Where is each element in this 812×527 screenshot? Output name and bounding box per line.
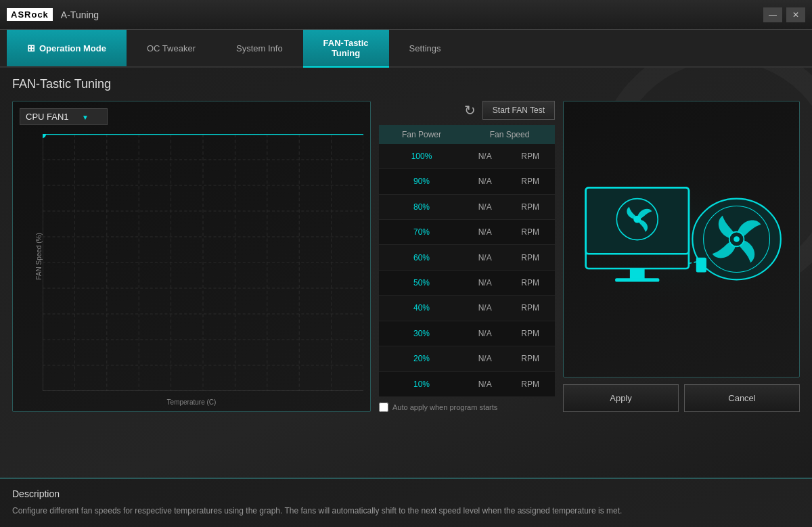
table-row: 20% N/A RPM xyxy=(379,346,555,371)
fan-illustration xyxy=(563,101,800,377)
fan-speed-unit-cell: RPM xyxy=(505,220,555,245)
svg-rect-59 xyxy=(696,258,706,273)
main-content: FAN-Tastic Tuning CPU FAN1 CPU FAN2 CHA … xyxy=(0,68,812,527)
page-title: FAN-Tastic Tuning xyxy=(12,77,800,91)
fan-power-cell: 80% xyxy=(379,194,464,219)
action-buttons: Apply Cancel xyxy=(563,384,800,412)
tab-fan-tastic-label: FAN-TasticTuning xyxy=(323,38,369,58)
fan-speed-cell: N/A xyxy=(464,245,505,270)
auto-apply-row: Auto apply when program starts xyxy=(379,403,555,412)
table-container: ↻ Start FAN Test Fan Power Fan Speed 100… xyxy=(379,101,555,412)
tab-operation-mode-label: Operation Mode xyxy=(39,43,106,53)
svg-rect-53 xyxy=(615,278,659,281)
tab-system-info[interactable]: System Info xyxy=(216,30,303,66)
fan-table-body: 100% N/A RPM 90% N/A RPM 80% N/A RPM 70%… xyxy=(379,144,555,397)
right-panel: Apply Cancel xyxy=(563,101,800,412)
fan-selector[interactable]: CPU FAN1 CPU FAN2 CHA FAN1 CHA FAN2 xyxy=(20,108,108,125)
apply-button[interactable]: Apply xyxy=(563,384,679,412)
minimize-button[interactable]: — xyxy=(763,7,782,22)
content-area: CPU FAN1 CPU FAN2 CHA FAN1 CHA FAN2 ▼ FA… xyxy=(12,101,800,412)
fan-speed-cell: N/A xyxy=(464,371,505,396)
asrock-logo: ASRock xyxy=(7,8,53,21)
table-row: 30% N/A RPM xyxy=(379,321,555,346)
fan-power-cell: 100% xyxy=(379,144,464,169)
fan-speed-chart[interactable]: 0 10 20 30 40 50 60 70 80 90 100 0 10 20… xyxy=(43,134,363,391)
fan-speed-unit-cell: RPM xyxy=(505,371,555,396)
cancel-button[interactable]: Cancel xyxy=(684,384,800,412)
table-row: 80% N/A RPM xyxy=(379,194,555,219)
fan-power-cell: 70% xyxy=(379,220,464,245)
nav-bar: ⊞ Operation Mode OC Tweaker System Info … xyxy=(0,30,812,68)
tab-operation-mode[interactable]: ⊞ Operation Mode xyxy=(7,30,127,66)
fan-speed-cell: N/A xyxy=(464,346,505,371)
table-row: 100% N/A RPM xyxy=(379,144,555,169)
fan-speed-cell: N/A xyxy=(464,270,505,295)
fan-speed-unit-cell: RPM xyxy=(505,194,555,219)
table-row: 50% N/A RPM xyxy=(379,270,555,295)
svg-point-51 xyxy=(633,216,641,223)
fan-power-cell: 10% xyxy=(379,371,464,396)
fan-speed-unit-cell: RPM xyxy=(505,321,555,346)
fan-speed-table: Fan Power Fan Speed 100% N/A RPM 90% N/A… xyxy=(379,125,555,397)
fan-illustration-svg xyxy=(564,101,799,377)
table-row: 60% N/A RPM xyxy=(379,245,555,270)
fan-power-cell: 60% xyxy=(379,245,464,270)
window-controls: — ✕ xyxy=(763,7,805,22)
fan-speed-unit-cell: RPM xyxy=(505,144,555,169)
tab-settings[interactable]: Settings xyxy=(389,30,461,66)
fan-speed-header: Fan Speed xyxy=(464,125,555,144)
tab-oc-tweaker[interactable]: OC Tweaker xyxy=(127,30,216,66)
fan-speed-cell: N/A xyxy=(464,144,505,169)
tab-system-info-label: System Info xyxy=(236,43,283,53)
y-axis-title: FAN Speed (%) xyxy=(35,233,43,279)
tab-fan-tastic-tuning[interactable]: FAN-TasticTuning xyxy=(303,30,389,66)
tab-oc-tweaker-label: OC Tweaker xyxy=(147,43,196,53)
fan-speed-cell: N/A xyxy=(464,220,505,245)
svg-point-57 xyxy=(734,236,740,242)
fan-speed-cell: N/A xyxy=(464,321,505,346)
fan-power-cell: 50% xyxy=(379,270,464,295)
fan-speed-cell: N/A xyxy=(464,169,505,194)
table-row: 40% N/A RPM xyxy=(379,296,555,321)
auto-apply-label: Auto apply when program starts xyxy=(392,403,497,411)
fan-speed-unit-cell: RPM xyxy=(505,296,555,321)
fan-power-cell: 90% xyxy=(379,169,464,194)
fan-speed-unit-cell: RPM xyxy=(505,270,555,295)
fan-selector-row: CPU FAN1 CPU FAN2 CHA FAN1 CHA FAN2 ▼ xyxy=(20,108,108,125)
fan-test-row: ↻ Start FAN Test xyxy=(379,101,555,120)
fan-speed-cell: N/A xyxy=(464,296,505,321)
table-row: 90% N/A RPM xyxy=(379,169,555,194)
grid-icon: ⊞ xyxy=(27,43,35,53)
auto-apply-checkbox[interactable] xyxy=(379,403,388,412)
fan-speed-cell: N/A xyxy=(464,194,505,219)
fan-speed-unit-cell: RPM xyxy=(505,169,555,194)
start-fan-test-button[interactable]: Start FAN Test xyxy=(482,101,555,120)
fan-power-cell: 40% xyxy=(379,296,464,321)
fan-select-wrap: CPU FAN1 CPU FAN2 CHA FAN1 CHA FAN2 ▼ xyxy=(20,108,108,125)
fan-power-cell: 30% xyxy=(379,321,464,346)
fan-speed-unit-cell: RPM xyxy=(505,245,555,270)
title-left: ASRock A-Tuning xyxy=(7,8,99,21)
table-row: 10% N/A RPM xyxy=(379,371,555,396)
x-axis-title: Temperature (C) xyxy=(167,398,217,406)
chart-container: CPU FAN1 CPU FAN2 CHA FAN1 CHA FAN2 ▼ FA… xyxy=(12,101,371,412)
description-panel: Description Configure different fan spee… xyxy=(0,478,812,527)
app-title: A-Tuning xyxy=(61,9,99,20)
fan-spin-icon: ↻ xyxy=(464,102,476,118)
svg-point-46 xyxy=(43,134,46,138)
table-row: 70% N/A RPM xyxy=(379,220,555,245)
title-bar: ASRock A-Tuning — ✕ xyxy=(0,0,812,30)
description-text: Configure different fan speeds for respe… xyxy=(12,505,800,518)
fan-speed-unit-cell: RPM xyxy=(505,346,555,371)
tab-settings-label: Settings xyxy=(409,43,441,53)
fan-power-header: Fan Power xyxy=(379,125,464,144)
close-button[interactable]: ✕ xyxy=(786,7,805,22)
fan-power-cell: 20% xyxy=(379,346,464,371)
description-title: Description xyxy=(12,488,800,499)
